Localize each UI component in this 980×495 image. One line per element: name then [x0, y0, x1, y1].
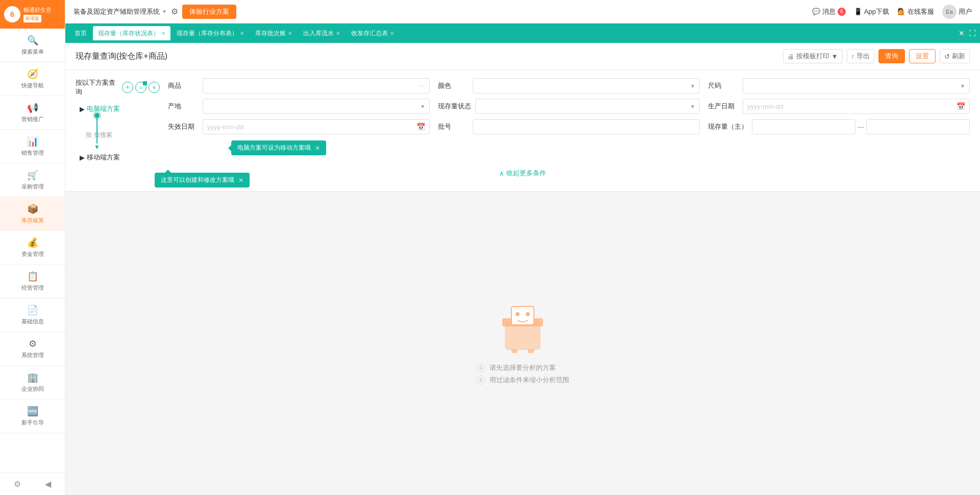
empty-tip-2-text: 用过滤条件来缩小分析范围: [489, 375, 569, 385]
tab-inventory-status[interactable]: 现存量（库存状况表） ✕: [93, 26, 170, 40]
empty-tip-1: ① 请先选择要分析的方案: [476, 363, 569, 372]
tooltip-pc-close[interactable]: ✕: [315, 145, 320, 152]
edit-scheme-button[interactable]: ○: [135, 82, 146, 93]
sidebar-menu: 🔍 搜索菜单 🧭 快捷导航 📢 营销推广 📊 销售管理 🛒 采购管理 📦 库存核…: [0, 29, 65, 473]
chevron-down-icon: ▼: [831, 53, 838, 60]
sidebar-settings-button[interactable]: ⚙: [14, 479, 21, 489]
user-menu[interactable]: Ea 用户: [942, 5, 972, 19]
online-service-label: 在线客服: [908, 7, 934, 16]
tooltip-edit-close[interactable]: ✕: [238, 177, 243, 184]
form-item-expire-date: 失效日期 yyyy-mm-dd 📅: [168, 119, 430, 134]
chevron-down-icon: ▼: [420, 104, 425, 109]
query-button[interactable]: 查询: [878, 49, 905, 63]
color-select[interactable]: ▼: [473, 78, 700, 93]
settings-icon[interactable]: ⚙: [171, 7, 178, 16]
svg-rect-6: [528, 349, 534, 353]
form-area: 商品 ··· 颜色 ▼: [160, 78, 970, 134]
chevron-down-icon: ▼: [960, 83, 965, 89]
pc-scheme-label[interactable]: 电脑端方案: [87, 104, 120, 113]
sidebar-item-inventory[interactable]: 📦 库存核算: [0, 197, 65, 231]
chevron-down-icon: ▼: [162, 9, 167, 14]
sidebar-item-label: 基础信息: [21, 318, 44, 325]
refresh-label: 刷新: [952, 52, 965, 61]
sidebar-item-search[interactable]: 🔍 搜索菜单: [0, 29, 65, 62]
sidebar-footer: ⚙ ◀: [0, 473, 65, 495]
back-scheme-button[interactable]: «: [149, 82, 160, 93]
sidebar-item-finance[interactable]: 💰 资金管理: [0, 231, 65, 265]
tab-fullscreen-icon[interactable]: ⛶: [969, 29, 976, 37]
add-scheme-button[interactable]: +: [122, 82, 133, 93]
tab-label: 库存批次账: [255, 29, 286, 38]
stock-main-from[interactable]: [752, 119, 855, 134]
sidebar-item-label: 快捷导航: [21, 82, 44, 89]
form-item-prod-date: 生产日期 yyyy-mm-dd 📅: [708, 99, 970, 114]
refresh-button[interactable]: ↺ 刷新: [940, 49, 970, 63]
tab-inventory-dist[interactable]: 现存量（库存分布表） ✕: [172, 26, 249, 40]
sidebar-collapse-button[interactable]: ◀: [45, 479, 51, 489]
tab-home[interactable]: 首页: [69, 26, 92, 40]
search-icon: 🔍: [27, 35, 38, 46]
connector-line: [96, 118, 97, 144]
tab-receive-summary[interactable]: 收发存汇总表 ✕: [346, 26, 399, 40]
sidebar-item-system[interactable]: ⚙ 系统管理: [0, 332, 65, 366]
color-label: 颜色: [438, 81, 469, 90]
expire-date-label: 失效日期: [168, 122, 199, 131]
online-service-button[interactable]: 💁 在线客服: [897, 7, 934, 16]
message-label: 消息: [822, 7, 836, 16]
sidebar-item-guide[interactable]: 🆕 新手引导: [0, 399, 65, 433]
expire-date-input[interactable]: yyyy-mm-dd 📅: [203, 119, 430, 134]
goods-select[interactable]: ···: [203, 78, 430, 93]
tooltip-edit: 这里可以创建和修改方案哦 ✕: [155, 173, 250, 187]
size-select[interactable]: ▼: [743, 78, 970, 93]
tab-close-icon[interactable]: ✕: [336, 31, 340, 36]
sidebar-item-nav[interactable]: 🧭 快捷导航: [0, 62, 65, 96]
print-template-button[interactable]: 🖨 按模板打印 ▼: [783, 49, 843, 63]
export-button[interactable]: ↑ 导出: [847, 49, 875, 63]
stock-status-select[interactable]: ▼: [475, 99, 700, 114]
tab-close-all-icon[interactable]: ✕: [959, 29, 965, 37]
system-selector[interactable]: 装备及固定资产辅助管理系统 ▼: [74, 7, 167, 16]
tab-label: 收发存汇总表: [351, 29, 388, 38]
origin-select[interactable]: ▼: [203, 99, 430, 114]
sidebar-item-basic[interactable]: 📄 基础信息: [0, 298, 65, 332]
prod-date-input[interactable]: yyyy-mm-dd 📅: [743, 99, 970, 114]
tabs-bar: 首页 现存量（库存状况表） ✕ 现存量（库存分布表） ✕ 库存批次账 ✕ 出入库…: [65, 23, 980, 43]
tab-close-icon[interactable]: ✕: [390, 31, 394, 36]
sidebar-item-label: 企业协同: [21, 385, 44, 393]
page-header: 现存量查询(按仓库+商品) 🖨 按模板打印 ▼ ↑ 导出 查询 设置 ↺ 刷新: [65, 43, 980, 70]
mobile-scheme-label[interactable]: 移动端方案: [87, 153, 120, 162]
tab-close-icon[interactable]: ✕: [161, 31, 165, 36]
sidebar-item-purchase[interactable]: 🛒 采购管理: [0, 163, 65, 197]
tab-batch-ledger[interactable]: 库存批次账 ✕: [250, 26, 297, 40]
sidebar-item-enterprise[interactable]: 🏢 企业协同: [0, 366, 65, 399]
logo-badge: 标准版: [23, 15, 41, 22]
sidebar-item-marketing[interactable]: 📢 营销推广: [0, 96, 65, 130]
enterprise-icon: 🏢: [27, 372, 38, 383]
origin-label: 产地: [168, 102, 199, 111]
form-grid: 商品 ··· 颜色 ▼: [168, 78, 970, 134]
tooltip-edit-text: 这里可以创建和修改方案哦: [161, 176, 234, 184]
form-item-goods: 商品 ···: [168, 78, 430, 93]
app-download-button[interactable]: 📱 App下载: [854, 7, 889, 16]
batch-input[interactable]: [473, 119, 700, 134]
sidebar-item-sales[interactable]: 📊 销售管理: [0, 130, 65, 163]
tab-close-icon[interactable]: ✕: [240, 31, 244, 36]
stock-main-to[interactable]: [866, 119, 970, 134]
tab-close-icon[interactable]: ✕: [288, 31, 292, 36]
message-button[interactable]: 💬 消息 6: [812, 7, 846, 16]
prod-date-placeholder: yyyy-mm-dd: [747, 103, 783, 110]
reset-button[interactable]: 设置: [909, 49, 936, 63]
system-icon: ⚙: [29, 338, 37, 349]
tooltip-pc: 电脑方案可设为移动方案哦 ✕: [231, 140, 326, 155]
logo-text: 畅通好生意: [23, 6, 52, 13]
tab-in-out-flow[interactable]: 出入库流水 ✕: [298, 26, 345, 40]
refresh-icon: ↺: [944, 53, 950, 60]
size-label: 尺码: [708, 81, 739, 90]
inventory-icon: 📦: [27, 203, 38, 215]
sidebar-item-operation[interactable]: 📋 经营管理: [0, 265, 65, 298]
operation-icon: 📋: [27, 271, 38, 282]
trial-button[interactable]: 体验行业方案: [182, 5, 236, 19]
tab-label: 现存量（库存分布表）: [177, 29, 238, 38]
tooltip-pc-text: 电脑方案可设为移动方案哦: [237, 144, 311, 152]
calendar-icon: 📅: [957, 102, 965, 110]
